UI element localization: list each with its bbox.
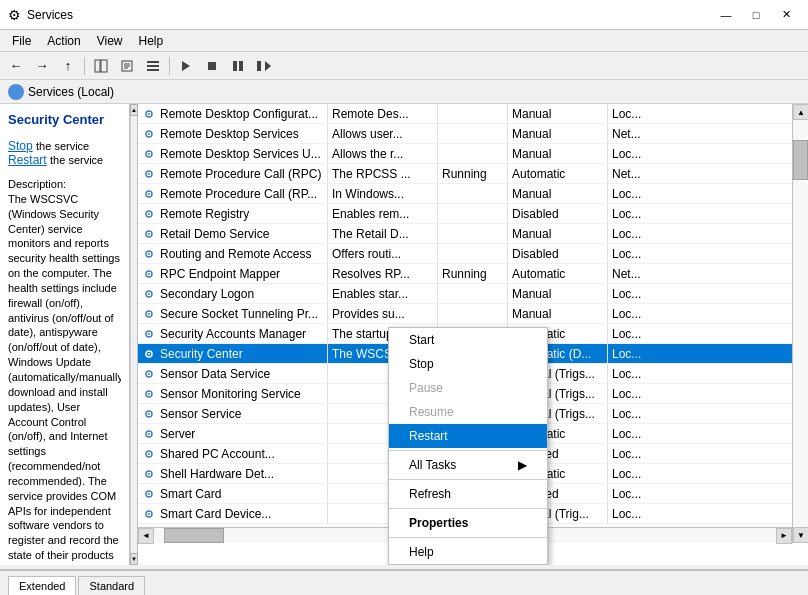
stop-link[interactable]: Stop [8, 139, 33, 153]
left-panel: Security Center Stop the service Restart… [0, 104, 130, 565]
scroll-thumb[interactable] [793, 140, 808, 180]
maximize-button[interactable]: □ [742, 5, 770, 25]
service-row[interactable]: Remote Desktop Configurat... Remote Des.… [138, 104, 808, 124]
scroll-down-button[interactable]: ▼ [793, 527, 808, 543]
cell-log: Loc... [608, 184, 658, 203]
context-restart[interactable]: Restart [389, 424, 547, 448]
menu-action[interactable]: Action [39, 32, 88, 50]
h-scroll-thumb[interactable] [164, 528, 224, 543]
context-refresh[interactable]: Refresh [389, 482, 547, 506]
svg-point-15 [12, 88, 20, 96]
left-panel-scrollbar[interactable]: ▲ ▼ [130, 104, 138, 565]
context-properties[interactable]: Properties [389, 511, 547, 535]
svg-point-35 [148, 293, 150, 295]
show-hide-button[interactable] [89, 55, 113, 77]
service-icon [142, 307, 156, 321]
cell-log: Loc... [608, 424, 658, 443]
context-start[interactable]: Start [389, 328, 547, 352]
restart-link[interactable]: Restart [8, 153, 47, 167]
service-row[interactable]: Remote Desktop Services Allows user... M… [138, 124, 808, 144]
cell-log: Net... [608, 164, 658, 183]
service-icon [142, 387, 156, 401]
service-row[interactable]: Remote Registry Enables rem... Disabled … [138, 204, 808, 224]
cell-name: Shared PC Account... [138, 444, 328, 463]
cell-name: Sensor Monitoring Service [138, 384, 328, 403]
menu-bar: File Action View Help [0, 30, 808, 52]
stop-text: the service [36, 140, 89, 152]
service-icon [142, 347, 156, 361]
cell-name: Server [138, 424, 328, 443]
service-row[interactable]: RPC Endpoint Mapper Resolves RP... Runni… [138, 264, 808, 284]
main-content: Security Center Stop the service Restart… [0, 104, 808, 565]
cell-startup: Automatic [508, 264, 608, 283]
cell-log: Loc... [608, 464, 658, 483]
service-icon [142, 267, 156, 281]
service-icon [142, 467, 156, 481]
properties-button[interactable] [115, 55, 139, 77]
cell-startup: Disabled [508, 244, 608, 263]
service-icon [142, 487, 156, 501]
service-icon [142, 407, 156, 421]
scroll-up-btn[interactable]: ▲ [130, 104, 138, 116]
service-icon [142, 327, 156, 341]
scroll-up-button[interactable]: ▲ [793, 104, 808, 120]
service-row[interactable]: Remote Procedure Call (RP... In Windows.… [138, 184, 808, 204]
service-row[interactable]: Secondary Logon Enables star... Manual L… [138, 284, 808, 304]
cell-name: Security Accounts Manager [138, 324, 328, 343]
service-icon [142, 167, 156, 181]
cell-name: Remote Procedure Call (RPC) [138, 164, 328, 183]
forward-button[interactable]: → [30, 55, 54, 77]
view-button[interactable] [141, 55, 165, 77]
separator-1 [84, 57, 85, 75]
service-row[interactable]: Secure Socket Tunneling Pr... Provides s… [138, 304, 808, 324]
back-button[interactable]: ← [4, 55, 28, 77]
tab-extended[interactable]: Extended [8, 576, 76, 595]
context-help[interactable]: Help [389, 540, 547, 564]
address-text: Services (Local) [28, 85, 114, 99]
restart-service-button[interactable] [252, 55, 276, 77]
cell-desc: Offers routi... [328, 244, 438, 263]
context-resume: Resume [389, 400, 547, 424]
service-row[interactable]: Remote Desktop Services U... Allows the … [138, 144, 808, 164]
cell-name: Retail Demo Service [138, 224, 328, 243]
service-row[interactable]: Retail Demo Service The Retail D... Manu… [138, 224, 808, 244]
tab-standard[interactable]: Standard [78, 576, 145, 595]
menu-file[interactable]: File [4, 32, 39, 50]
h-scroll-right[interactable]: ► [776, 528, 792, 544]
h-scroll-left[interactable]: ◄ [138, 528, 154, 544]
minimize-button[interactable]: — [712, 5, 740, 25]
cell-status [438, 124, 508, 143]
svg-rect-1 [101, 60, 107, 72]
svg-point-41 [148, 353, 150, 355]
toolbar: ← → ↑ [0, 52, 808, 80]
service-row[interactable]: Remote Procedure Call (RPC) The RPCSS ..… [138, 164, 808, 184]
svg-rect-12 [239, 61, 243, 71]
stop-service-button[interactable] [200, 55, 224, 77]
up-button[interactable]: ↑ [56, 55, 80, 77]
cell-name: Secure Socket Tunneling Pr... [138, 304, 328, 323]
context-menu: Start Stop Pause Resume Restart All Task… [388, 327, 548, 565]
service-row[interactable]: Routing and Remote Access Offers routi..… [138, 244, 808, 264]
right-panel: Name ▲ Description Status Startup Type L… [138, 104, 808, 565]
cell-status [438, 304, 508, 323]
scroll-down-btn[interactable]: ▼ [130, 553, 138, 565]
close-button[interactable]: ✕ [772, 5, 800, 25]
menu-view[interactable]: View [89, 32, 131, 50]
context-sep-1 [389, 450, 547, 451]
vertical-scrollbar[interactable]: ▲ ▼ [792, 104, 808, 543]
service-icon [142, 227, 156, 241]
svg-point-23 [148, 173, 150, 175]
pause-service-button[interactable] [226, 55, 250, 77]
cell-name: Secondary Logon [138, 284, 328, 303]
start-service-button[interactable] [174, 55, 198, 77]
title-bar: ⚙ Services — □ ✕ [0, 0, 808, 30]
svg-point-25 [148, 193, 150, 195]
menu-help[interactable]: Help [131, 32, 172, 50]
cell-log: Loc... [608, 404, 658, 423]
svg-rect-8 [147, 69, 159, 71]
context-all-tasks[interactable]: All Tasks ▶ [389, 453, 547, 477]
cell-log: Loc... [608, 244, 658, 263]
address-icon [8, 84, 24, 100]
context-stop[interactable]: Stop [389, 352, 547, 376]
svg-rect-11 [233, 61, 237, 71]
